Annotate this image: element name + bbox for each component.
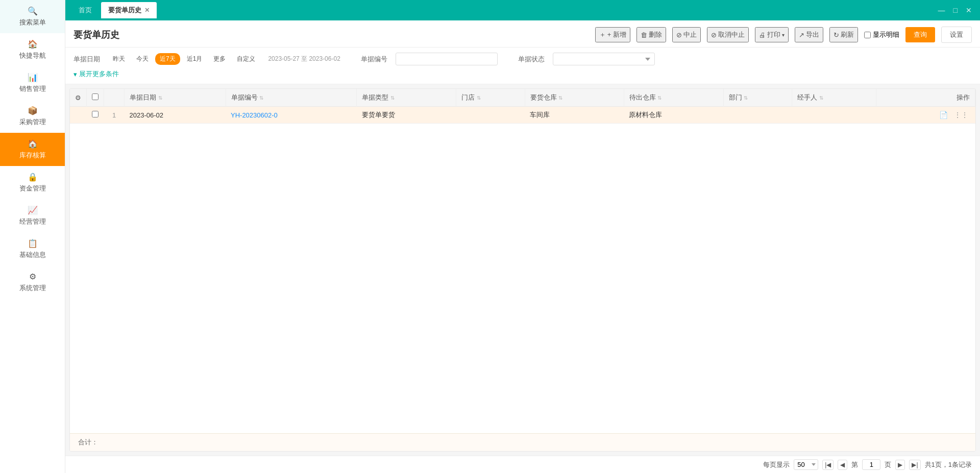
display-detail-input[interactable]: [864, 32, 871, 38]
select-all-checkbox[interactable]: [92, 93, 99, 100]
date-btn-today[interactable]: 今天: [132, 53, 153, 65]
sidebar-item-quick-nav[interactable]: 🏠 快捷导航: [0, 33, 65, 66]
first-page-button[interactable]: |◀: [822, 460, 834, 470]
add-button[interactable]: ＋ + 新增: [595, 27, 630, 42]
content-area: 要货单历史 ＋ + 新增 🗑 删除 ⊘ 中止 ⊘ 取消中止: [65, 20, 980, 473]
more-op-icon[interactable]: ⋮⋮: [952, 110, 970, 120]
page-label-pre: 第: [851, 460, 858, 469]
settings-filter-button[interactable]: 设置: [941, 27, 972, 43]
system-icon: ⚙: [29, 272, 36, 281]
finance-icon: 🔒: [28, 172, 38, 182]
data-table: ⚙ 单据日期 ⇅ 单据编号 ⇅: [70, 89, 975, 124]
sidebar-item-inventory[interactable]: 🏠 库存核算: [0, 133, 65, 166]
date-btn-1month[interactable]: 近1月: [182, 53, 207, 65]
total-info: 共1页，1条记录: [925, 460, 972, 469]
date-filter-label: 单据日期: [74, 55, 100, 64]
close-button[interactable]: ✕: [964, 5, 974, 15]
date-btn-more[interactable]: 更多: [209, 53, 230, 65]
inventory-icon: 🏠: [28, 139, 38, 149]
cancel-stop-button[interactable]: ⊘ 取消中止: [707, 27, 749, 42]
toolbar: ＋ + 新增 🗑 删除 ⊘ 中止 ⊘ 取消中止 🖨 打印: [595, 27, 972, 43]
sidebar-item-purchase[interactable]: 📦 采购管理: [0, 100, 65, 133]
purchase-icon: 📦: [28, 106, 38, 115]
main-area: 首页 要货单历史 ✕ — □ ✕ 要货单历史 ＋ + 新增 🗑 删除: [65, 0, 980, 473]
page-label-post: 页: [885, 460, 891, 469]
th-settings[interactable]: ⚙: [70, 89, 87, 107]
th-checkbox[interactable]: [87, 89, 104, 107]
expand-more-button[interactable]: ▾ 展开更多条件: [74, 69, 119, 79]
date-btn-yesterday[interactable]: 昨天: [108, 53, 130, 65]
th-type[interactable]: 单据类型 ⇅: [357, 89, 456, 107]
th-num: [104, 89, 125, 107]
sort-order-no-icon: ⇅: [259, 95, 263, 101]
row-checkbox[interactable]: [92, 111, 99, 117]
operations-icon: 📈: [28, 205, 38, 215]
date-range-text: 2023-05-27 至 2023-06-02: [268, 55, 340, 63]
th-order-no[interactable]: 单据编号 ⇅: [226, 89, 357, 107]
sidebar-item-operations[interactable]: 📈 经营管理: [0, 199, 65, 232]
td-handler: [792, 107, 876, 124]
td-order-no[interactable]: YH-20230602-0: [226, 107, 357, 124]
delete-icon: 🗑: [641, 31, 647, 39]
status-label: 单据状态: [518, 55, 545, 64]
tab-close-icon[interactable]: ✕: [144, 7, 150, 14]
refresh-button[interactable]: ↻ 刷新: [829, 27, 858, 42]
sidebar-item-search-menu[interactable]: 🔍 搜索菜单: [0, 0, 65, 33]
sidebar-item-system[interactable]: ⚙ 系统管理: [0, 266, 65, 299]
prev-page-button[interactable]: ◀: [838, 460, 847, 470]
chevron-down-icon: ▾: [74, 70, 77, 78]
date-btn-7days[interactable]: 近7天: [155, 53, 180, 65]
th-date[interactable]: 单据日期 ⇅: [125, 89, 226, 107]
td-checkbox[interactable]: [87, 107, 104, 124]
page-title: 要货单历史: [74, 29, 595, 41]
page-number-input[interactable]: [862, 459, 880, 470]
minimize-button[interactable]: —: [936, 5, 947, 15]
topbar: 首页 要货单历史 ✕ — □ ✕: [65, 0, 980, 20]
cancel-stop-icon: ⊘: [711, 31, 717, 39]
td-department: [723, 107, 792, 124]
refresh-icon: ↻: [834, 31, 839, 39]
table-row[interactable]: 1 2023-06-02 YH-20230602-0 要货单要货 车间库 原材料…: [70, 107, 975, 124]
status-select[interactable]: [553, 53, 655, 65]
display-detail-checkbox[interactable]: 显示明细: [864, 30, 899, 39]
delete-button[interactable]: 🗑 删除: [636, 27, 666, 42]
th-operation: 操作: [876, 89, 975, 107]
th-req-warehouse[interactable]: 要货仓库 ⇅: [525, 89, 624, 107]
print-chevron-icon: ▾: [782, 32, 785, 38]
quick-nav-icon: 🏠: [28, 39, 38, 49]
th-pending-warehouse[interactable]: 待出仓库 ⇅: [624, 89, 723, 107]
maximize-button[interactable]: □: [951, 5, 960, 15]
tab-home[interactable]: 首页: [71, 2, 99, 18]
export-button[interactable]: ↗ 导出: [795, 27, 823, 42]
td-date: 2023-06-02: [125, 107, 226, 124]
print-button[interactable]: 🖨 打印 ▾: [755, 27, 789, 42]
table-wrapper[interactable]: ⚙ 单据日期 ⇅ 单据编号 ⇅: [70, 89, 975, 433]
search-menu-icon: 🔍: [28, 6, 38, 16]
sidebar-item-basic-info[interactable]: 📋 基础信息: [0, 232, 65, 266]
topbar-right-controls: — □ ✕: [936, 5, 974, 15]
table-area: ⚙ 单据日期 ⇅ 单据编号 ⇅: [69, 88, 976, 452]
per-page-select[interactable]: 50 20 100 200: [794, 459, 818, 470]
last-page-button[interactable]: ▶|: [909, 460, 920, 470]
date-btn-custom[interactable]: 自定义: [232, 53, 260, 65]
th-handler[interactable]: 经手人 ⇅: [792, 89, 876, 107]
tab-requisition-history[interactable]: 要货单历史 ✕: [101, 2, 157, 18]
sort-store-icon: ⇅: [477, 95, 481, 101]
td-num: 1: [104, 107, 125, 124]
stop-icon: ⊘: [676, 31, 682, 39]
sidebar-item-sales[interactable]: 📊 销售管理: [0, 66, 65, 100]
stop-button[interactable]: ⊘ 中止: [672, 27, 701, 42]
th-store[interactable]: 门店 ⇅: [456, 89, 525, 107]
query-button[interactable]: 查询: [905, 27, 935, 42]
pagination: 每页显示 50 20 100 200 |◀ ◀ 第 页 ▶ ▶| 共1页，1条记…: [65, 456, 980, 473]
order-no-input[interactable]: [396, 53, 498, 65]
th-department[interactable]: 部门 ⇅: [723, 89, 792, 107]
order-no-label: 单据编号: [361, 55, 387, 64]
sort-req-wh-icon: ⇅: [558, 95, 562, 101]
view-op-icon[interactable]: 📄: [937, 110, 950, 120]
next-page-button[interactable]: ▶: [895, 460, 905, 470]
order-no-link[interactable]: YH-20230602-0: [231, 111, 278, 119]
sales-icon: 📊: [28, 73, 38, 82]
sidebar-item-finance[interactable]: 🔒 资金管理: [0, 166, 65, 199]
filter-row-2: ▾ 展开更多条件: [74, 69, 972, 79]
